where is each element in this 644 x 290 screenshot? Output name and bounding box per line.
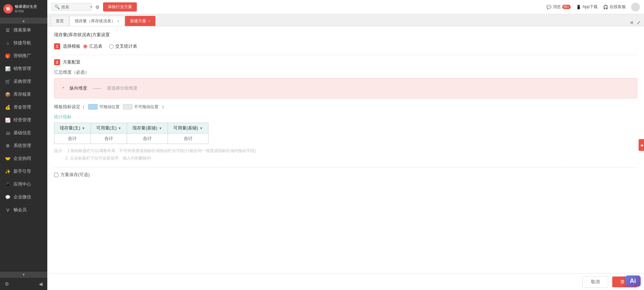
sidebar-item-sys-mgmt[interactable]: ⚙ 系统管理 <box>0 139 47 152</box>
sidebar-item-label: 资金管理 <box>14 104 31 110</box>
save-option: 方案保存(可选) <box>54 172 637 178</box>
divider-2 <box>54 167 637 168</box>
ops-icon: 📈 <box>5 117 11 123</box>
col-base-qty-dropdown[interactable]: ▼ <box>159 126 162 130</box>
search-icon: 🔍 <box>54 4 60 9</box>
tab-inventory-status-close[interactable]: × <box>117 19 119 23</box>
ai-badge[interactable]: Ai <box>625 275 641 287</box>
sidebar-scroll-down[interactable]: ▼ <box>0 272 47 277</box>
sidebar-item-enterprise-wechat[interactable]: 💬 企业微信 <box>0 191 47 203</box>
search-input[interactable] <box>61 5 88 9</box>
messages-button[interactable]: 💬 消息 99+ <box>546 4 571 10</box>
topbar-settings-icon[interactable]: ⚙ <box>95 4 100 10</box>
sys-icon: ⚙ <box>5 143 11 149</box>
radio-summary-label: 汇总表 <box>89 43 102 49</box>
col-available-base-header: 可用量(基辅) ▼ <box>173 125 203 131</box>
purchase-icon: 🛒 <box>5 78 11 84</box>
sidebar-item-label: 企业协同 <box>14 155 31 162</box>
tab-new-scheme-close[interactable]: × <box>148 19 150 23</box>
sidebar-footer: ⚙ ◀ <box>0 277 47 290</box>
sidebar-item-purchase-mgmt[interactable]: 🛒 采购管理 <box>0 75 47 88</box>
sidebar-item-sales-mgmt[interactable]: 📊 销售管理 <box>0 62 47 75</box>
sidebar-item-marketing[interactable]: 🎁 营销推广 <box>0 49 47 62</box>
collapse-icon[interactable]: ◀ <box>39 281 43 287</box>
col-available-base-dropdown[interactable]: ▼ <box>199 126 203 130</box>
bottom-bar: 取消 查询 <box>47 273 644 290</box>
sidebar-item-basic-info[interactable]: 🗂 基础信息 <box>0 126 47 139</box>
sidebar-item-inventory[interactable]: 📦 库存核算 <box>0 88 47 101</box>
dimension-row: * 纵向维度 —— 请选择分组维度 <box>63 85 629 91</box>
logo-text-block: 畅康通好生意 标准版 <box>15 4 37 13</box>
sidebar-item-ops-mgmt[interactable]: 📈 经营管理 <box>0 114 47 126</box>
cell-base-qty-subtotal: 合计 <box>127 134 168 144</box>
finance-icon: 💰 <box>5 104 11 110</box>
search-dropdown-icon[interactable]: ▼ <box>90 5 93 9</box>
col-main-qty[interactable]: 现存量(主) ▼ <box>54 123 91 134</box>
right-edge-button[interactable]: ◀ <box>639 139 644 151</box>
section2-number: 2 <box>54 59 60 65</box>
sidebar-item-finance[interactable]: 💰 资金管理 <box>0 101 47 114</box>
dimension-placeholder[interactable]: 请选择分组维度 <box>107 85 138 91</box>
non-draggable-indicator: 不可拖动位置 <box>123 104 158 110</box>
stats-section-title: 统计指标 <box>54 114 637 120</box>
radio-cross[interactable]: 交叉统计表 <box>109 43 137 49</box>
col-main-qty-header: 现存量(主) ▼ <box>60 125 85 131</box>
tip1: 1.拖动标题栏可以调整布局，不可跨维度或指标区域拖动栏目字段(只能在同一维度或指… <box>67 148 256 153</box>
sidebar-item-label: 企业微信 <box>14 194 31 200</box>
headset-icon: 🎧 <box>603 5 608 9</box>
sidebar-item-label: 经营管理 <box>14 117 31 123</box>
trial-button[interactable]: 体验行业方案 <box>103 2 137 11</box>
section2-label: 方案配置 <box>63 59 80 65</box>
sidebar-item-new-guide[interactable]: ✨ 新手引导 <box>0 165 47 178</box>
sidebar-item-vip[interactable]: V 畅会员 <box>0 203 47 216</box>
col-available-base[interactable]: 可用量(基辅) ▼ <box>168 123 208 134</box>
section-choose-template: 1 选择模板 汇总表 交叉统计表 <box>54 43 637 49</box>
sidebar-scroll-up[interactable]: ▲ <box>0 18 47 24</box>
app-download-label: App下载 <box>583 4 598 10</box>
sidebar: 畅 畅康通好生意 标准版 ▲ ☰ 搜索菜单 ⌂ 快捷导航 🎁 营销推广 📊 销售… <box>0 0 47 290</box>
sidebar-item-app-center[interactable]: 📱 应用中心 <box>0 178 47 191</box>
sidebar-item-label: 营销推广 <box>14 53 31 59</box>
save-checkbox[interactable] <box>54 173 58 177</box>
vertical-dimension-label: 纵向维度 <box>70 85 87 91</box>
close-window-button[interactable]: ✕ <box>629 19 635 26</box>
sales-icon: 📊 <box>5 66 11 72</box>
topbar-search-box[interactable]: 🔍 ▼ <box>51 3 92 11</box>
tab-new-scheme[interactable]: 新建方案 × <box>125 16 155 26</box>
radio-cross-input[interactable] <box>109 44 114 49</box>
radio-summary[interactable]: 汇总表 <box>83 43 102 49</box>
sidebar-item-label: 搜索菜单 <box>14 27 31 33</box>
col-main-qty-dropdown[interactable]: ▼ <box>82 126 85 130</box>
page-title: 现存量(库存状况表)方案设置 <box>54 32 637 38</box>
app-download-button[interactable]: 📱 App下载 <box>576 4 598 10</box>
sidebar-item-enterprise[interactable]: 🤝 企业协同 <box>0 152 47 165</box>
radio-summary-input[interactable] <box>83 44 88 49</box>
col-available-main-dropdown[interactable]: ▼ <box>118 126 121 130</box>
dash: —— <box>93 86 101 91</box>
app-center-icon: 📱 <box>5 181 11 187</box>
basic-info-icon: 🗂 <box>5 130 11 136</box>
user-avatar[interactable] <box>631 3 640 11</box>
message-icon: 💬 <box>546 5 551 9</box>
col-available-main[interactable]: 可用量(主) ▼ <box>91 123 127 134</box>
sidebar-item-quick-nav[interactable]: ⌂ 快捷导航 <box>0 37 47 49</box>
col-base-qty[interactable]: 现存量(基辅) ▼ <box>127 123 168 134</box>
marketing-icon: 🎁 <box>5 53 11 59</box>
save-option-label: 方案保存(可选) <box>60 172 90 178</box>
dimension-area: * 纵向维度 —— 请选择分组维度 <box>54 78 637 98</box>
sidebar-item-search-menu[interactable]: ☰ 搜索菜单 <box>0 24 47 37</box>
online-service-button[interactable]: 🎧 在线客服 <box>603 4 626 10</box>
expand-window-button[interactable]: ⤢ <box>636 19 641 26</box>
section1-label: 选择模板 <box>63 43 80 49</box>
dimension-config-label: 汇总维度（必选） <box>54 69 637 75</box>
cancel-button[interactable]: 取消 <box>583 276 608 288</box>
settings-icon[interactable]: ⚙ <box>5 281 9 287</box>
tab-home[interactable]: 首页 <box>51 16 69 26</box>
indicator-row: 模板指标设定（ 可拖动位置 不可拖动位置 ） <box>54 104 637 110</box>
inventory-icon: 📦 <box>5 91 11 97</box>
tip2: 2. 点击标题栏下拉可设置排序、插入列和删除列 <box>65 156 151 161</box>
tab-inventory-status[interactable]: 现存量（库存状况表） × <box>70 16 124 26</box>
sidebar-item-label: 应用中心 <box>14 181 31 187</box>
sidebar-item-label: 销售管理 <box>14 66 31 72</box>
section1-number: 1 <box>54 43 60 49</box>
